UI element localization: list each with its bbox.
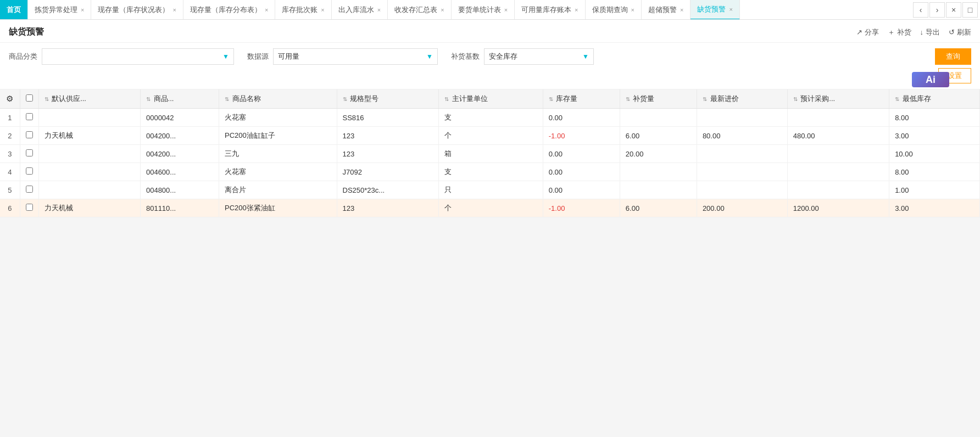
tab-close-icon[interactable]: × [631,7,634,13]
row-checkbox-cell [20,145,38,163]
unit-sort-icon[interactable]: ⇅ [444,96,449,102]
min-stock-sort-icon[interactable]: ⇅ [895,96,899,102]
replenish-cell [620,181,697,199]
nav-tab-[interactable]: 拣货异常处理× [28,0,91,20]
tab-close-icon[interactable]: × [321,7,324,13]
unit-cell: 只 [439,181,543,199]
unit-cell: 支 [439,163,543,181]
product-name-cell: 三九 [219,145,337,163]
nav-close-button[interactable]: × [946,2,961,18]
nav-tab-[interactable]: 保质期查询× [586,0,642,20]
datasource-chevron-icon: ▼ [426,53,433,60]
tab-close-icon[interactable]: × [680,7,683,13]
gear-icon[interactable]: ⚙ [6,94,13,103]
select-all-checkbox[interactable] [26,94,33,102]
replenish-cell: 6.00 [620,127,697,145]
tab-close-icon[interactable]: × [265,7,268,13]
query-button[interactable]: 查询 [935,48,971,65]
category-select[interactable]: ▼ [42,48,234,65]
unit-cell: 个 [439,199,543,217]
tab-close-icon[interactable]: × [377,7,381,13]
row-checkbox[interactable] [26,167,33,175]
tab-close-icon[interactable]: × [441,7,444,13]
row-number: 4 [0,163,20,181]
nav-tab-[interactable]: 缺货预警× [691,0,739,20]
unit-cell: 箱 [439,145,543,163]
est-purchase-cell [787,109,889,127]
table-row: 10000042火花塞SS816支0.008.00 [0,109,980,127]
tab-close-icon[interactable]: × [575,7,578,13]
nav-maximize-button[interactable]: □ [962,2,978,18]
datasource-filter-group: 数据源 可用量 ▼ [247,48,438,65]
category-chevron-icon: ▼ [222,53,229,60]
replenish-cell [620,109,697,127]
stock-sort-icon[interactable]: ⇅ [549,96,553,102]
supplier-cell [38,109,140,127]
supplier-cell: 力天机械 [38,127,140,145]
supplier-cell [38,145,140,163]
datasource-select[interactable]: 可用量 ▼ [273,48,438,65]
nav-tab-[interactable]: 超储预警× [642,0,691,20]
est-purchase-sort-icon[interactable]: ⇅ [793,96,798,102]
nav-tab-[interactable]: 收发存汇总表× [388,0,451,20]
share-button[interactable]: ↗ 分享 [856,27,879,37]
supplier-cell [38,181,140,199]
supplier-cell: 力天机械 [38,199,140,217]
product-name-cell: PC200油缸缸子 [219,127,337,145]
tab-close-icon[interactable]: × [504,7,508,13]
tab-close-icon[interactable]: × [81,7,84,13]
spec-cell: 123 [337,127,439,145]
est-purchase-cell [787,181,889,199]
supplier-sort-icon[interactable]: ⇅ [44,96,49,102]
tab-close-icon[interactable]: × [729,6,732,13]
row-checkbox[interactable] [26,131,33,138]
nav-tab-[interactable]: 现存量（库存状况表）× [91,0,183,20]
nav-tab-[interactable]: 库存批次账× [275,0,331,20]
product-code-cell: 004200... [140,127,219,145]
gear-column-header: ⚙ [0,89,20,109]
row-checkbox[interactable] [26,186,33,193]
product-name-cell: 离合片 [219,181,337,199]
replenish-cell: 6.00 [620,199,697,217]
nav-prev-button[interactable]: ‹ [913,2,928,18]
nav-tab-[interactable]: 首页 [0,0,28,20]
replenish-cell: 20.00 [620,145,697,163]
main-content: 缺货预警 ↗ 分享 ＋ 补货 ↓ 导出 ↺ 刷新 商品分类 [0,20,980,217]
nav-tab-[interactable]: 可用量库存账本× [515,0,585,20]
nav-next-button[interactable]: › [929,2,945,18]
row-checkbox[interactable] [26,113,33,120]
nav-tab-[interactable]: 现存量（库存分布表）× [183,0,275,20]
row-checkbox[interactable] [26,204,33,211]
replenish-select[interactable]: 安全库存 ▼ [484,48,594,65]
replenish-sort-icon[interactable]: ⇅ [626,96,630,102]
row-checkbox[interactable] [26,149,33,156]
product-code-sort-icon[interactable]: ⇅ [146,96,151,102]
data-table: ⚙ ⇅ 默认供应... ⇅ 商品... ⇅ 商品名称 [0,89,980,217]
product-code-cell: 004200... [140,145,219,163]
nav-tab-[interactable]: 要货单统计表× [452,0,515,20]
nav-tab-[interactable]: 出入库流水× [332,0,388,20]
top-nav: 首页拣货异常处理×现存量（库存状况表）×现存量（库存分布表）×库存批次账×出入库… [0,0,980,20]
stock-cell: -1.00 [543,199,620,217]
refresh-icon: ↺ [949,28,955,36]
ai-badge[interactable]: Ai [912,72,949,87]
refresh-button[interactable]: ↺ 刷新 [949,27,971,37]
table-row: 2力天机械004200...PC200油缸缸子123个-1.006.0080.0… [0,127,980,145]
tab-close-icon[interactable]: × [172,7,176,13]
spec-cell: J7092 [337,163,439,181]
replenish-button[interactable]: ＋ 补货 [888,27,911,37]
row-number: 3 [0,145,20,163]
spec-sort-icon[interactable]: ⇅ [343,96,347,102]
latest-price-sort-icon[interactable]: ⇅ [703,96,707,102]
datasource-value: 可用量 [278,52,299,61]
spec-cell: SS816 [337,109,439,127]
min-stock-cell: 3.00 [889,199,980,217]
product-name-cell: 火花塞 [219,163,337,181]
product-code-cell: 801110... [140,199,219,217]
export-button[interactable]: ↓ 导出 [920,27,940,37]
header-actions: ↗ 分享 ＋ 补货 ↓ 导出 ↺ 刷新 [856,27,972,37]
product-name-sort-icon[interactable]: ⇅ [225,96,229,102]
replenish-icon: ＋ [888,27,895,37]
table-row: 4004600...火花塞J7092支0.008.00 [0,163,980,181]
page-title: 缺货预警 [9,26,44,38]
